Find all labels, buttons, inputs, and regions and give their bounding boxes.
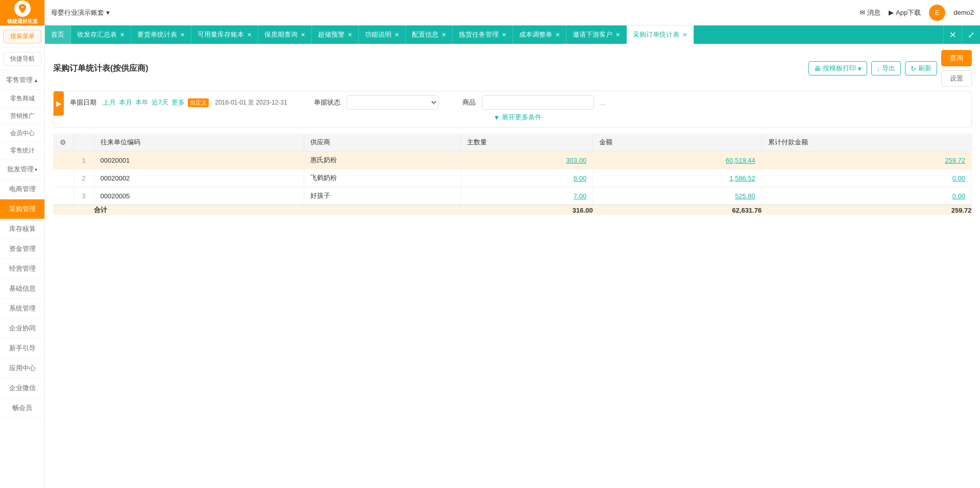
app-download-button[interactable]: ▶ App下载	[889, 8, 921, 17]
query-button[interactable]: 查询	[941, 50, 972, 66]
filter-collapse-button[interactable]: ▶	[54, 91, 64, 116]
sidebar-item-purchase[interactable]: 采购管理	[0, 199, 44, 219]
sidebar-item-basic[interactable]: 基础信息	[0, 279, 44, 299]
date-from[interactable]: 2016-01-01	[215, 99, 246, 106]
table-row[interactable]: 1 00020001 惠氏奶粉 303.00 60,519.44 259.72	[53, 151, 972, 169]
tab-shoufahuizong[interactable]: 收发存汇总表 ✕	[71, 25, 131, 44]
tab-baozhanqi[interactable]: 保质期查询 ✕	[258, 25, 312, 44]
print-label: 按模板打印	[823, 64, 856, 73]
tab-shoufahuizong-close-icon[interactable]: ✕	[120, 32, 125, 38]
export-button[interactable]: ↓ 导出	[871, 61, 901, 75]
topbar-right: ✉ 消息 ▶ App下载 E demo2	[860, 5, 974, 21]
print-button[interactable]: 🖶 按模板打印 ▾	[808, 61, 867, 75]
sidebar-item-newguide[interactable]: 新手引导	[0, 339, 44, 358]
tab-yaohuodantongji[interactable]: 要货单统计表 ✕	[131, 25, 191, 44]
tab-expand-button[interactable]: ⤢	[962, 25, 980, 44]
message-button[interactable]: ✉ 消息	[860, 8, 880, 17]
sidebar-item-system-label: 系统管理	[9, 304, 36, 313]
tab-shoufahuizong-label: 收发存汇总表	[77, 30, 117, 39]
sidebar-item-marketing[interactable]: 营销推广	[0, 108, 44, 125]
tab-panhuo-close-icon[interactable]: ✕	[502, 32, 506, 38]
tab-keyongliang[interactable]: 可用量库存账本 ✕	[191, 25, 258, 44]
sidebar-item-finance[interactable]: 资金管理	[0, 239, 44, 259]
expand-down-icon: ▼	[494, 114, 500, 121]
sidebar-item-weixin[interactable]: 企业微信	[0, 378, 44, 398]
sidebar-item-retail-shop[interactable]: 零售商城	[0, 90, 44, 108]
table-row[interactable]: 2 00020002 飞鹤奶粉 6.00 1,586.52 0.00	[53, 169, 972, 187]
logo-text: 畅捷通好生意	[7, 18, 38, 25]
sidebar-item-collab[interactable]: 企业协同	[0, 319, 44, 339]
row2-gear	[53, 169, 74, 187]
row3-qty[interactable]: 7.00	[461, 187, 593, 206]
tab-peizhi[interactable]: 配置信息 ✕	[406, 25, 453, 44]
sidebar-item-inventory[interactable]: 库存核算	[0, 219, 44, 239]
row2-qty[interactable]: 6.00	[461, 169, 593, 187]
row3-amount[interactable]: 525.80	[593, 187, 762, 206]
shortcut-this-month[interactable]: 本月	[119, 98, 132, 107]
refresh-label: 刷新	[918, 64, 932, 73]
col-gear[interactable]: ⚙	[53, 134, 74, 151]
tab-chengben[interactable]: 成本调整单 ✕	[513, 25, 567, 44]
sidebar-item-ecom[interactable]: 电商管理	[0, 179, 44, 199]
row1-qty[interactable]: 303.00	[461, 151, 593, 169]
row3-paid[interactable]: 0.00	[762, 187, 971, 206]
shortcut-last-month[interactable]: 上月	[103, 98, 116, 107]
tab-chaochu-close-icon[interactable]: ✕	[348, 32, 352, 38]
tab-baozhanqi-close-icon[interactable]: ✕	[301, 32, 305, 38]
sidebar-item-operation[interactable]: 经营管理	[0, 259, 44, 279]
row1-paid[interactable]: 259.72	[762, 151, 971, 169]
row2-paid[interactable]: 0.00	[762, 169, 971, 187]
quicknav-button[interactable]: 快捷导航	[3, 52, 41, 66]
tab-caigoudantongji[interactable]: 采购订单统计表 ✕	[627, 25, 694, 44]
sidebar-item-member[interactable]: 会员中心	[0, 125, 44, 142]
tab-peizhi-close-icon[interactable]: ✕	[442, 32, 446, 38]
expand-more-btn[interactable]: ▼ 展开更多条件	[494, 113, 542, 122]
refresh-button[interactable]: ↻ 刷新	[905, 61, 937, 75]
goods-input[interactable]	[482, 95, 594, 110]
row2-amount[interactable]: 1,586.52	[593, 169, 762, 187]
tab-caigoudantongji-close-icon[interactable]: ✕	[682, 32, 687, 38]
date-to[interactable]: 2023-12-31	[256, 99, 287, 106]
tab-keyongliang-label: 可用量库存账本	[198, 30, 244, 39]
sidebar-item-wholesale-label: 批发管理	[7, 165, 34, 174]
sidebar-item-inventory-label: 库存核算	[9, 224, 36, 234]
setting-button[interactable]: 设置	[941, 70, 972, 87]
shortcut-7days[interactable]: 近7天	[152, 98, 168, 107]
tab-close-all-button[interactable]: ✕	[943, 25, 962, 44]
tab-gongneng-close-icon[interactable]: ✕	[395, 32, 399, 38]
sidebar-item-system[interactable]: 系统管理	[0, 299, 44, 319]
page-header: 采购订单统计表(按供应商) 🖶 按模板打印 ▾ ↓ 导出 ↻ 刷新 查询 设置	[45, 44, 980, 91]
tab-gongneng[interactable]: 功能说明 ✕	[359, 25, 406, 44]
tab-chaochu[interactable]: 超储预警 ✕	[312, 25, 359, 44]
sidebar-item-wholesale[interactable]: 批发管理 ▾	[0, 160, 44, 179]
row1-code: 00020001	[94, 151, 304, 169]
tab-yaoqing[interactable]: 邀请下游客户 ✕	[567, 25, 627, 44]
status-select[interactable]	[347, 95, 438, 110]
table-row[interactable]: 3 00020005 好孩子 7.00 525.80 0.00	[53, 187, 972, 206]
sidebar-item-appcenter[interactable]: 应用中心	[0, 358, 44, 378]
tab-yaoqing-close-icon[interactable]: ✕	[616, 32, 620, 38]
page-content: 采购订单统计表(按供应商) 🖶 按模板打印 ▾ ↓ 导出 ↻ 刷新 查询 设置	[45, 44, 980, 488]
shortcut-more[interactable]: 更多	[172, 98, 185, 107]
sidebar-item-retail[interactable]: 零售管理 ▲	[0, 70, 44, 90]
user-avatar[interactable]: E	[929, 5, 945, 21]
row3-code: 00020005	[94, 187, 304, 206]
tab-panhuo[interactable]: 拣货任务管理 ✕	[453, 25, 513, 44]
shortcut-this-year[interactable]: 本年	[135, 98, 149, 107]
table-container: ⚙ 往来单位编码 供应商 主数量 金额 累计付款金额 1 00020001	[45, 134, 980, 223]
topbar: 母婴行业演示账套 ▾ ✉ 消息 ▶ App下载 E demo2	[45, 0, 980, 25]
row1-amount[interactable]: 60,519.44	[593, 151, 762, 169]
username[interactable]: demo2	[953, 9, 974, 16]
tab-panhuo-label: 拣货任务管理	[459, 30, 499, 39]
workspace-selector[interactable]: 母婴行业演示账套 ▾	[51, 8, 110, 17]
gear-icon[interactable]: ⚙	[60, 138, 66, 146]
sidebar-item-retail-stat[interactable]: 零售统计	[0, 142, 44, 160]
search-menu-button[interactable]: 搜索菜单	[3, 30, 41, 43]
tab-home[interactable]: 首页	[45, 25, 71, 44]
goods-more-button[interactable]: ...	[600, 99, 606, 107]
sidebar-item-vip[interactable]: 畅会员	[0, 398, 44, 418]
tab-keyongliang-close-icon[interactable]: ✕	[247, 32, 252, 38]
col-paid: 累计付款金额	[762, 134, 971, 151]
tab-chengben-close-icon[interactable]: ✕	[555, 32, 560, 38]
tab-yaohuodantongji-close-icon[interactable]: ✕	[180, 32, 185, 38]
